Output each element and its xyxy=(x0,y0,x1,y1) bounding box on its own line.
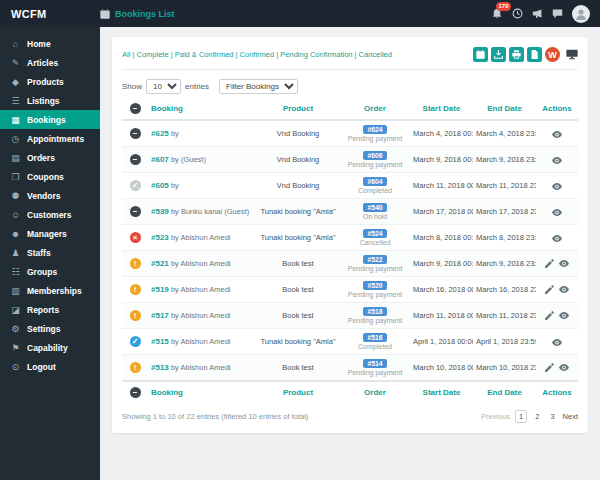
order-id-badge[interactable]: #514 xyxy=(363,359,386,368)
booking-id-link[interactable]: #517 xyxy=(151,311,169,320)
column-header[interactable]: Start Date xyxy=(410,98,473,120)
order-id-badge[interactable]: #516 xyxy=(363,333,386,342)
view-booking-icon[interactable] xyxy=(552,131,562,138)
order-id-badge[interactable]: #522 xyxy=(363,255,386,264)
status-filter-link[interactable]: All xyxy=(122,50,136,59)
sidebar-item[interactable]: Appointments xyxy=(0,129,100,148)
page-number-button[interactable]: 2 xyxy=(532,411,542,422)
order-id-badge[interactable]: #604 xyxy=(363,177,386,186)
pdf-export-button[interactable] xyxy=(527,47,542,62)
history-clock-icon[interactable] xyxy=(512,8,523,19)
order-id-badge[interactable]: #624 xyxy=(363,125,386,134)
view-booking-icon[interactable] xyxy=(559,286,569,293)
booking-customer: by Abishun Amedi xyxy=(171,259,231,268)
column-footer[interactable]: Actions xyxy=(536,381,578,403)
view-booking-icon[interactable] xyxy=(559,260,569,267)
booking-id-link[interactable]: #521 xyxy=(151,259,169,268)
booking-customer: by Bunku kanai (Guest) xyxy=(171,207,249,216)
column-header[interactable]: End Date xyxy=(473,98,536,120)
filter-bookings-select[interactable]: Filter Bookings xyxy=(219,79,298,94)
column-header[interactable]: Booking xyxy=(148,98,256,120)
sidebar-item[interactable]: Reports xyxy=(0,300,100,319)
sidebar-item[interactable]: Orders xyxy=(0,148,100,167)
sidebar-item[interactable]: Customers xyxy=(0,205,100,224)
announcement-megaphone-icon[interactable] xyxy=(532,8,543,19)
edit-booking-icon[interactable] xyxy=(545,259,554,268)
notifications-bell-icon[interactable]: 170 xyxy=(491,8,503,20)
sidebar-item[interactable]: Home xyxy=(0,34,100,53)
sidebar-item[interactable]: Groups xyxy=(0,262,100,281)
edit-booking-icon[interactable] xyxy=(545,285,554,294)
status-filter-link[interactable]: Complete xyxy=(136,50,174,59)
messages-chat-icon[interactable] xyxy=(552,8,563,19)
status-filter-link[interactable]: Confirmed xyxy=(240,50,281,59)
memberships-icon xyxy=(10,286,21,296)
view-booking-icon[interactable] xyxy=(552,183,562,190)
order-id-badge[interactable]: #524 xyxy=(363,229,386,238)
column-footer[interactable]: Order xyxy=(340,381,410,403)
column-footer[interactable]: Product xyxy=(256,381,340,403)
previous-page-button[interactable]: Previous xyxy=(481,412,510,421)
column-footer[interactable]: End Date xyxy=(473,381,536,403)
column-header[interactable]: Actions xyxy=(536,98,578,120)
app-logo[interactable]: WCFM xyxy=(0,8,100,20)
view-booking-icon[interactable] xyxy=(559,364,569,371)
column-footer[interactable]: Start Date xyxy=(410,381,473,403)
status-column-header[interactable] xyxy=(122,98,148,120)
page-title-label: Bookings List xyxy=(115,9,175,19)
sidebar-item[interactable]: Memberships xyxy=(0,281,100,300)
table-header-row: BookingProductOrderStart DateEnd DateAct… xyxy=(122,98,578,120)
sidebar-item[interactable]: Settings xyxy=(0,319,100,338)
view-booking-icon[interactable] xyxy=(552,209,562,216)
column-footer[interactable]: Booking xyxy=(148,381,256,403)
next-page-button[interactable]: Next xyxy=(563,412,578,421)
sidebar-item-label: Memberships xyxy=(27,286,82,296)
sidebar-item[interactable]: Capability xyxy=(0,338,100,357)
column-header[interactable]: Order xyxy=(340,98,410,120)
status-filter-link[interactable]: Pending Confirmation xyxy=(280,50,358,59)
start-date: March 8, 2018 00:00 AM xyxy=(410,225,473,251)
print-button[interactable] xyxy=(509,47,524,62)
calendar-view-button[interactable] xyxy=(473,47,488,62)
view-booking-icon[interactable] xyxy=(552,157,562,164)
booking-id-link[interactable]: #605 xyxy=(151,181,169,190)
view-booking-icon[interactable] xyxy=(552,339,562,346)
view-booking-icon[interactable] xyxy=(559,312,569,319)
page-number-button[interactable]: 3 xyxy=(547,411,557,422)
sidebar-item[interactable]: Staffs xyxy=(0,243,100,262)
booking-id-link[interactable]: #625 xyxy=(151,129,169,138)
booking-id-link[interactable]: #515 xyxy=(151,337,169,346)
booking-id-link[interactable]: #513 xyxy=(151,363,169,372)
booking-id-link[interactable]: #523 xyxy=(151,233,169,242)
screen-monitor-icon[interactable] xyxy=(566,49,578,60)
page-number-button[interactable]: 1 xyxy=(515,410,527,423)
order-id-badge[interactable]: #606 xyxy=(363,151,386,160)
export-csv-button[interactable] xyxy=(491,47,506,62)
status-filter-link[interactable]: Paid & Confirmed xyxy=(175,50,240,59)
sidebar-item[interactable]: Products xyxy=(0,72,100,91)
sidebar-item[interactable]: Coupons xyxy=(0,167,100,186)
table-row: #605 by Vnd Booking #604 Completed March… xyxy=(122,173,578,199)
booking-id-link[interactable]: #519 xyxy=(151,285,169,294)
wordpress-icon[interactable] xyxy=(545,47,560,62)
order-id-badge[interactable]: #540 xyxy=(363,203,386,212)
edit-booking-icon[interactable] xyxy=(545,363,554,372)
status-column-footer[interactable] xyxy=(122,381,148,403)
booking-id-link[interactable]: #607 xyxy=(151,155,169,164)
sidebar-item[interactable]: Vendors xyxy=(0,186,100,205)
view-booking-icon[interactable] xyxy=(552,235,562,242)
order-id-badge[interactable]: #518 xyxy=(363,307,386,316)
booking-id-link[interactable]: #539 xyxy=(151,207,169,216)
booking-customer: by Abishun Amedi xyxy=(171,285,231,294)
column-header[interactable]: Product xyxy=(256,98,340,120)
sidebar-item[interactable]: Bookings xyxy=(0,110,100,129)
sidebar-item[interactable]: Listings xyxy=(0,91,100,110)
status-filter-link[interactable]: Cancelled xyxy=(359,50,392,59)
sidebar-item[interactable]: Articles xyxy=(0,53,100,72)
page-size-select[interactable]: 10 xyxy=(146,79,181,94)
edit-booking-icon[interactable] xyxy=(545,311,554,320)
sidebar-item[interactable]: Logout xyxy=(0,357,100,376)
user-avatar[interactable] xyxy=(572,5,590,23)
order-id-badge[interactable]: #520 xyxy=(363,281,386,290)
sidebar-item[interactable]: Managers xyxy=(0,224,100,243)
